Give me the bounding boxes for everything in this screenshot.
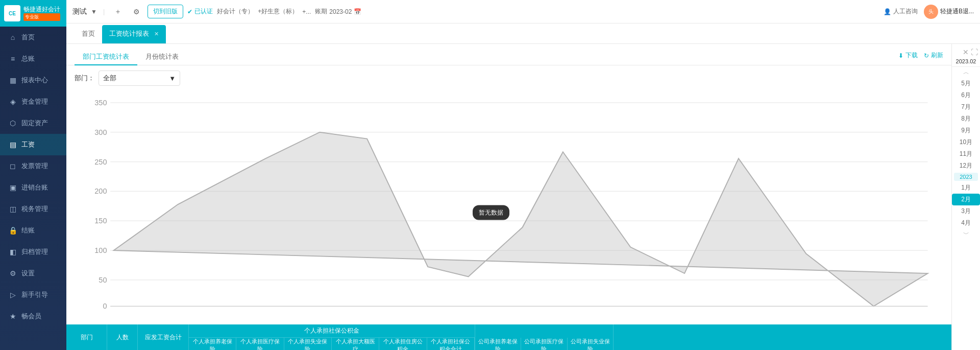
dept-select[interactable]: 全部 ▼ [99, 71, 180, 86]
sidebar-item-guide[interactable]: ▷ 新手引导 [0, 284, 66, 306]
expand-panel-icon[interactable]: ⛶ [971, 48, 978, 56]
sidebar-item-archive[interactable]: ◧ 归档管理 [0, 241, 66, 263]
col-housing-fund: 个人承担住房公积金 [379, 338, 427, 350]
sidebar-item-label: 结账 [21, 226, 35, 235]
download-btn[interactable]: ⬇ 下载 [898, 51, 918, 60]
month-5[interactable]: 5月 [952, 78, 980, 89]
sidebar-item-tax[interactable]: ◫ 税务管理 [0, 198, 66, 220]
settings-button[interactable]: ⚙ [129, 5, 143, 19]
title-dropdown[interactable]: ▼ [91, 8, 97, 15]
month-10[interactable]: 10月 [952, 136, 980, 148]
month-7[interactable]: 7月 [952, 101, 980, 113]
tab-salary-report[interactable]: 工资统计报表 ✕ [102, 25, 166, 43]
month-3[interactable]: 3月 [952, 205, 980, 217]
col-child-label: 个人承担医疗保险 [238, 338, 281, 350]
sidebar-item-purchase[interactable]: ▣ 进销台账 [0, 177, 66, 198]
help-button[interactable]: 👤 人工咨询 [884, 7, 918, 16]
tab-label: 工资统计报表 [109, 30, 149, 37]
calendar-icon[interactable]: 📅 [354, 8, 361, 15]
sidebar-item-funds[interactable]: ◈ 资金管理 [0, 91, 66, 112]
sidebar-item-reports[interactable]: ▦ 报表中心 [0, 69, 66, 91]
col-label: 部门 [81, 333, 93, 342]
sidebar-item-settings[interactable]: ⚙ 设置 [0, 263, 66, 284]
sidebar-item-label: 新手引导 [21, 290, 48, 299]
certified-text: 已认证 [194, 7, 213, 16]
month-8[interactable]: 8月 [952, 113, 980, 125]
sidebar-item-label: 固定资产 [21, 119, 48, 128]
month-4[interactable]: 4月 [952, 217, 980, 229]
col-child-label: 个人承担社保公积金合计 [429, 338, 472, 350]
scroll-down-btn[interactable]: ﹀ [952, 229, 980, 240]
funds-icon: ◈ [8, 98, 17, 106]
year-text: 2023 [960, 174, 972, 180]
col-child-label: 公司承担养老保险 [477, 338, 519, 350]
chevron-down-icon: ▼ [169, 75, 176, 82]
refresh-icon: ↻ [924, 52, 929, 59]
purchase-icon: ▣ [8, 183, 17, 192]
subtab-monthly[interactable]: 月份统计表 [137, 49, 187, 65]
tag3: +... [302, 8, 311, 15]
guide-icon: ▷ [8, 291, 17, 299]
month-9[interactable]: 9月 [952, 125, 980, 136]
col-total-salary: 应发工资合计 [138, 324, 189, 350]
sidebar-item-close[interactable]: 🔒 结账 [0, 220, 66, 241]
month-11[interactable]: 11月 [952, 148, 980, 160]
topbar-right: 👤 人工咨询 头 轻捷通B退... [884, 5, 974, 19]
col-group-personal: 个人承担社保公积金 个人承担养老保险 个人承担医疗保险 个人承担失业保险 [189, 324, 475, 350]
col-child-label: 公司承担失业保险 [570, 338, 611, 350]
user-area[interactable]: 头 轻捷通B退... [924, 5, 974, 19]
col-company-unemployment: 公司承担失业保险 [568, 338, 613, 350]
svg-text:250: 250 [94, 158, 107, 166]
scroll-up-btn[interactable]: ︿ [952, 67, 980, 78]
home-icon: ⌂ [8, 33, 17, 41]
salary-icon: ▤ [8, 141, 17, 149]
month-2-active[interactable]: 2月 [952, 194, 980, 205]
subtab-label: 部门工资统计表 [83, 53, 129, 60]
sidebar-item-invoice[interactable]: ◻ 发票管理 [0, 155, 66, 177]
filter-value: 全部 [103, 74, 116, 83]
sidebar-item-vip[interactable]: ★ 畅会员 [0, 306, 66, 327]
username: 轻捷通B退... [940, 7, 974, 16]
invoice-icon: ◻ [8, 162, 17, 170]
col-personal-total: 个人承担社保公积金合计 [427, 338, 475, 350]
tab-close-icon[interactable]: ✕ [154, 31, 159, 37]
content-area: 部门工资统计表 月份统计表 ⬇ 下载 ↻ 刷新 [66, 44, 980, 350]
refresh-label: 刷新 [931, 51, 943, 60]
sidebar-item-label: 报表中心 [21, 76, 48, 85]
group-header-text: 个人承担社保公积金 [304, 327, 359, 334]
sidebar-item-label: 总账 [21, 54, 35, 63]
close-panel-icon[interactable]: ✕ [963, 48, 969, 56]
sidebar-item-label: 归档管理 [21, 247, 48, 256]
col-headcount: 人数 [107, 324, 138, 350]
svg-text:200: 200 [94, 188, 107, 196]
sidebar-item-label: 设置 [21, 269, 35, 278]
sidebar-item-salary[interactable]: ▤ 工资 [0, 134, 66, 155]
download-icon: ⬇ [898, 52, 903, 59]
panel-controls: ✕ ⛶ [952, 46, 980, 56]
subtab-dept[interactable]: 部门工资统计表 [75, 49, 137, 65]
col-label: 应发工资合计 [145, 333, 182, 342]
tab-home[interactable]: 首页 [75, 25, 102, 43]
logo-label: 畅捷通好会计 专业版 [23, 6, 60, 21]
add-button[interactable]: ＋ [111, 5, 125, 19]
sidebar-item-home[interactable]: ⌂ 首页 [0, 27, 66, 48]
refresh-btn[interactable]: ↻ 刷新 [924, 51, 943, 60]
month-12[interactable]: 12月 [952, 160, 980, 172]
period-display: 账期 2023-02 📅 [315, 7, 361, 16]
sidebar-item-label: 首页 [21, 33, 35, 42]
svg-text:150: 150 [94, 217, 107, 225]
month-1[interactable]: 1月 [952, 182, 980, 194]
switch-old-btn[interactable]: 切到旧版 [148, 5, 183, 18]
sidebar-item-assets[interactable]: ⬡ 固定资产 [0, 112, 66, 134]
sidebar-item-ledger[interactable]: ≡ 总账 [0, 48, 66, 69]
settings-icon: ⚙ [8, 269, 17, 277]
logo-area: CE 畅捷通好会计 专业版 [0, 0, 66, 27]
certified-icon: ✔ [187, 8, 192, 15]
tag2: +好生意（标） [258, 7, 298, 16]
assets-icon: ⬡ [8, 119, 17, 127]
month-6[interactable]: 6月 [952, 89, 980, 101]
subtabs: 部门工资统计表 月份统计表 [75, 49, 187, 65]
col-label: 人数 [116, 333, 129, 342]
sep1: | [103, 8, 105, 15]
topbar: 测试 ▼ | ＋ ⚙ 切到旧版 ✔ 已认证 好会计（专） +好生意（标） +..… [66, 0, 980, 24]
